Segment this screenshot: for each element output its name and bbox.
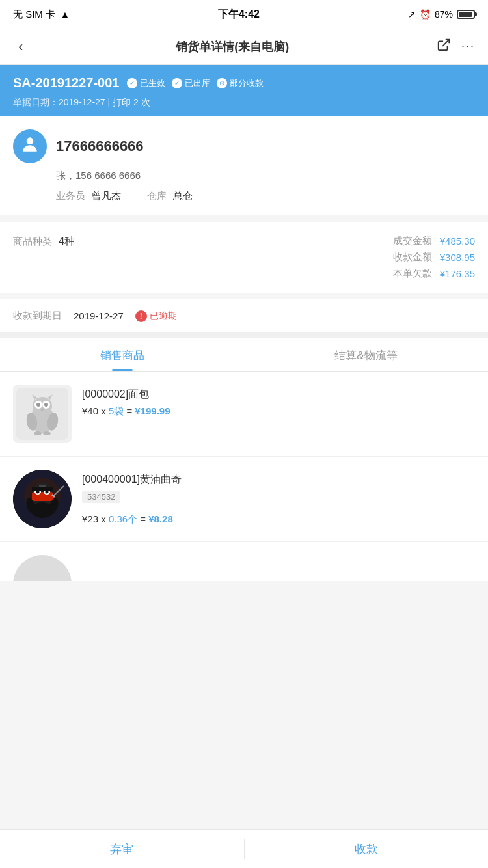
location-icon: ↗: [408, 9, 416, 20]
product-price-1: ¥40 x 5袋 = ¥199.99: [82, 405, 475, 418]
category-value: 4种: [59, 236, 75, 247]
time-display: 下午4:42: [218, 8, 260, 21]
product-price-2: ¥23 x 0.36个 = ¥8.28: [82, 513, 475, 526]
product-image-3: [13, 555, 72, 581]
alarm-icon: ⏰: [420, 9, 431, 20]
svg-point-14: [34, 431, 42, 435]
status-partial: ⊙ 部分收款: [217, 77, 264, 89]
product-qty-2: 0.36个: [109, 513, 137, 524]
product-name-1: [0000002]面包: [82, 387, 475, 401]
product-total-2: ¥8.28: [148, 513, 173, 524]
status-shipped: ✓ 已出库: [172, 77, 210, 89]
reject-button[interactable]: 弃审: [0, 835, 244, 863]
nav-actions: ···: [437, 38, 475, 55]
debt-row: 本单欠款 ¥176.35: [386, 267, 475, 280]
svg-point-7: [36, 403, 40, 407]
customer-meta: 业务员 曾凡杰 仓库 总仓: [13, 190, 475, 202]
overdue-icon: !: [135, 310, 147, 322]
product-image-1: [13, 385, 72, 443]
warehouse-value: 总仓: [173, 190, 193, 201]
customer-section: 17666666666 张，156 6666 6666 业务员 曾凡杰 仓库 总…: [0, 116, 488, 215]
status-badges: ✓ 已生效 ✓ 已出库 ⊙ 部分收款: [127, 77, 264, 89]
avatar-icon: [20, 134, 40, 159]
svg-rect-24: [32, 487, 53, 491]
product-tabs: 销售商品 结算&物流等: [0, 338, 488, 372]
svg-point-1: [27, 137, 34, 144]
amount-value: ¥485.30: [440, 236, 475, 247]
salesperson-field: 业务员 曾凡杰: [56, 190, 121, 202]
customer-avatar: [13, 129, 47, 163]
status-bar: 无 SIM 卡 ▲ 下午4:42 ↗ ⏰ 87%: [0, 0, 488, 29]
product-info-2: [000400001]黄油曲奇 534532 ¥23 x 0.36个 = ¥8.…: [82, 470, 475, 526]
clock-icon: ⊙: [217, 78, 227, 88]
overdue-badge: ! 已逾期: [135, 310, 177, 322]
more-button[interactable]: ···: [461, 40, 475, 53]
customer-contact: 张，156 6666 6666: [13, 170, 475, 182]
svg-point-15: [43, 431, 51, 435]
svg-rect-25: [39, 485, 46, 487]
warehouse-field: 仓库 总仓: [147, 190, 193, 202]
amount-row: 成交金额 ¥485.30: [386, 235, 475, 247]
product-info-1: [0000002]面包 ¥40 x 5袋 = ¥199.99: [82, 385, 475, 418]
status-left: 无 SIM 卡 ▲: [13, 8, 70, 21]
received-value: ¥308.95: [440, 252, 475, 263]
order-date: 单据日期：2019-12-27 | 打印 2 次: [13, 97, 475, 109]
product-list: [0000002]面包 ¥40 x 5袋 = ¥199.99: [0, 372, 488, 581]
check-icon-1: ✓: [127, 78, 137, 88]
product-item-2: [000400001]黄油曲奇 534532 ¥23 x 0.36个 = ¥8.…: [0, 457, 488, 542]
battery-icon: [457, 10, 475, 19]
share-button[interactable]: [437, 38, 451, 55]
check-icon-2: ✓: [172, 78, 182, 88]
product-sku-2: 534532: [82, 491, 120, 503]
category-field: 商品种类 4种: [13, 235, 75, 249]
order-id: SA-20191227-001: [13, 75, 119, 90]
product-item-3-partial: [0, 542, 488, 581]
product-total-1: ¥199.99: [135, 405, 170, 416]
status-effective: ✓ 已生效: [127, 77, 165, 89]
financial-summary: 成交金额 ¥485.30 收款金额 ¥308.95 本单欠款 ¥176.35: [386, 235, 475, 280]
nav-bar: ‹ 销货单详情(来自电脑) ···: [0, 29, 488, 65]
collect-button[interactable]: 收款: [245, 835, 489, 863]
received-row: 收款金额 ¥308.95: [386, 251, 475, 264]
bottom-action-bar: 弃审 收款: [0, 829, 488, 868]
battery-percent: 87%: [435, 9, 453, 20]
product-item: [0000002]面包 ¥40 x 5袋 = ¥199.99: [0, 372, 488, 457]
svg-point-8: [44, 403, 48, 407]
wifi-icon: ▲: [61, 9, 70, 20]
summary-section: 商品种类 4种 成交金额 ¥485.30 收款金额 ¥308.95 本单欠款 ¥…: [0, 222, 488, 293]
carrier-text: 无 SIM 卡: [13, 8, 55, 21]
product-qty-1: 5袋: [109, 405, 124, 416]
due-section: 收款到期日 2019-12-27 ! 已逾期: [0, 299, 488, 338]
product-image-2: [13, 470, 72, 528]
product-name-2: [000400001]黄油曲奇: [82, 472, 475, 487]
due-date: 2019-12-27: [74, 310, 124, 321]
salesperson-value: 曾凡杰: [92, 190, 121, 201]
back-button[interactable]: ‹: [13, 33, 28, 61]
tab-settlement[interactable]: 结算&物流等: [244, 338, 488, 371]
tab-sales-products[interactable]: 销售商品: [0, 338, 244, 371]
page-title: 销货单详情(来自电脑): [176, 39, 289, 55]
debt-value: ¥176.35: [440, 268, 475, 279]
customer-phone: 17666666666: [56, 138, 144, 155]
order-header: SA-20191227-001 ✓ 已生效 ✓ 已出库 ⊙ 部分收款 单据日期：…: [0, 65, 488, 116]
svg-line-0: [442, 40, 449, 46]
status-right: ↗ ⏰ 87%: [408, 9, 475, 20]
